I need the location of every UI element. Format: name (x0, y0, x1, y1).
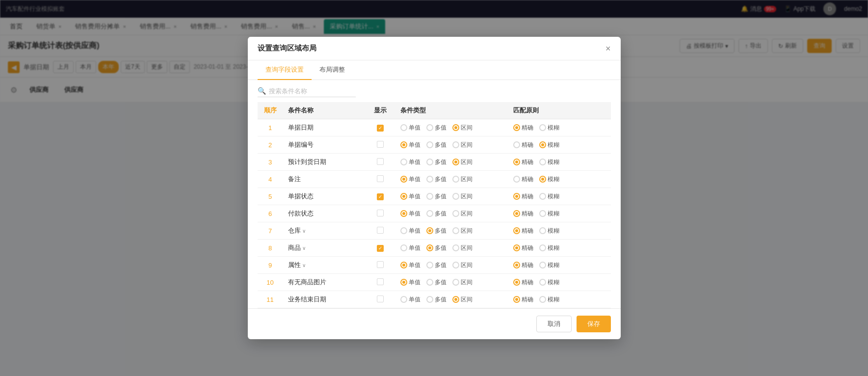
search-icon: 🔍 (258, 87, 266, 95)
modal-overlay: 设置查询区域布局 × 查询字段设置 布局调整 🔍 顺序 (0, 0, 868, 103)
modal-search-area: 🔍 (248, 80, 621, 102)
modal-close-button[interactable]: × (605, 44, 611, 53)
search-input[interactable] (269, 87, 347, 95)
modal-table: 顺序 条件名称 显示 条件类型 匹配原则 1单据日期✓ 单值 多值 (248, 102, 621, 103)
table-header: 顺序 条件名称 显示 条件类型 匹配原则 (258, 102, 611, 103)
th-order: 顺序 (258, 102, 283, 103)
search-box: 🔍 (258, 85, 356, 97)
th-display: 显示 (365, 102, 396, 103)
modal-tab-field-settings[interactable]: 查询字段设置 (258, 60, 312, 80)
conditions-table: 顺序 条件名称 显示 条件类型 匹配原则 1单据日期✓ 单值 多值 (258, 102, 611, 103)
settings-modal: 设置查询区域布局 × 查询字段设置 布局调整 🔍 顺序 (248, 37, 621, 103)
th-name: 条件名称 (283, 102, 365, 103)
th-type: 条件类型 (395, 102, 508, 103)
modal-title: 设置查询区域布局 (258, 44, 316, 53)
modal-tab-layout-adjust[interactable]: 布局调整 (312, 60, 353, 80)
modal-tabs: 查询字段设置 布局调整 (248, 60, 621, 80)
modal-header: 设置查询区域布局 × (248, 37, 621, 60)
th-match: 匹配原则 (508, 102, 611, 103)
